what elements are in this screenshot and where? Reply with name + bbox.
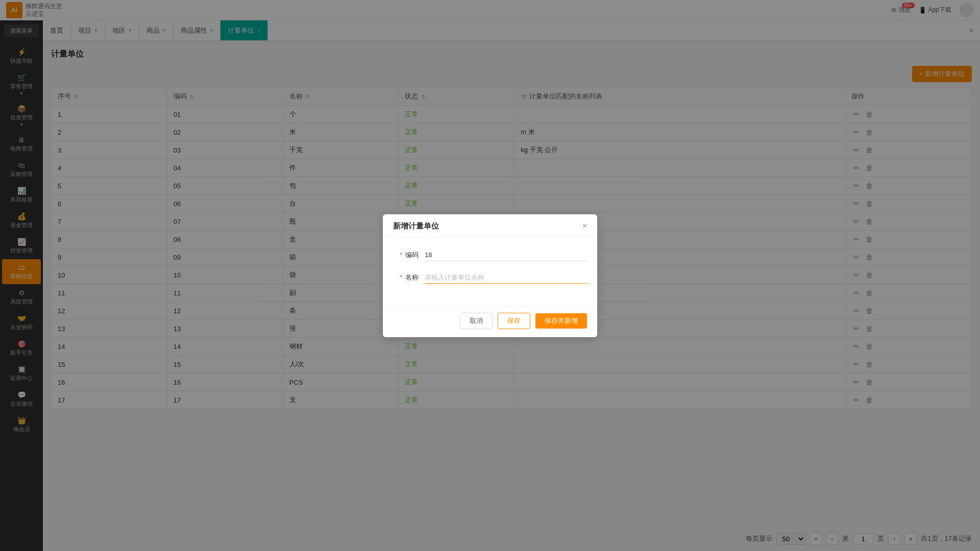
cancel-button[interactable]: 取消 <box>460 313 493 329</box>
modal-title: 新增计量单位 <box>393 221 439 231</box>
name-label: * 名称 <box>393 273 419 282</box>
modal-close-button[interactable]: × <box>582 221 587 231</box>
save-and-new-button[interactable]: 保存并新增 <box>535 313 587 329</box>
form-item-name: * 名称 <box>393 271 587 284</box>
code-input[interactable] <box>425 249 587 261</box>
code-label: * 编码 <box>393 251 419 260</box>
app-wrapper: Ai 柳辉通讯生意云进宝 ✉ 消息 99+ 📱 App下载 搜索菜单 <box>0 0 980 551</box>
modal-overlay: 新增计量单位 × * 编码 * 名称 <box>0 0 980 551</box>
save-button[interactable]: 保存 <box>498 313 530 329</box>
modal-body: * 编码 * 名称 <box>383 237 597 306</box>
modal-header: 新增计量单位 × <box>383 214 597 237</box>
form-item-code: * 编码 <box>393 249 587 261</box>
required-star-code: * <box>400 251 402 259</box>
required-star-name: * <box>400 273 402 281</box>
add-unit-modal: 新增计量单位 × * 编码 * 名称 <box>383 214 597 337</box>
modal-footer: 取消 保存 保存并新增 <box>383 306 597 337</box>
name-input[interactable] <box>425 271 587 284</box>
